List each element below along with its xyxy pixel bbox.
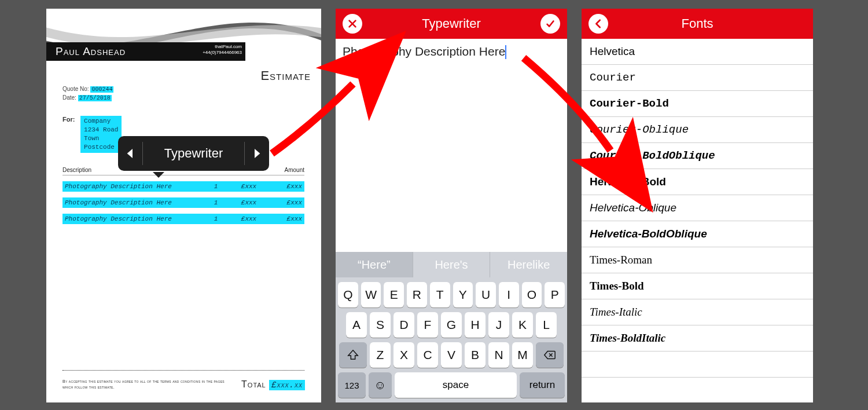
font-list[interactable]: HelveticaCourierCourier-BoldCourier-Obli… bbox=[582, 39, 813, 402]
key-I[interactable]: I bbox=[499, 282, 519, 308]
shift-icon bbox=[347, 349, 359, 361]
quote-no-value[interactable]: 000244 bbox=[90, 86, 113, 93]
line-item-rate[interactable]: £xxx bbox=[230, 181, 267, 192]
suggestion-item[interactable]: “Here” bbox=[336, 252, 413, 277]
quote-no-label: Quote No: bbox=[62, 86, 89, 92]
author-name: Paul Adshead bbox=[46, 42, 184, 61]
context-menu: Typewriter bbox=[118, 136, 269, 171]
font-option[interactable]: Courier bbox=[582, 65, 813, 91]
text-input-area[interactable]: Photography Description Here bbox=[336, 39, 567, 252]
back-button[interactable] bbox=[589, 14, 608, 34]
website: thatPaul.com bbox=[184, 44, 242, 50]
fonts-header: Fonts bbox=[582, 9, 813, 39]
key-W[interactable]: W bbox=[361, 282, 381, 308]
font-option[interactable]: Courier-Bold bbox=[582, 91, 813, 117]
key-Y[interactable]: Y bbox=[453, 282, 473, 308]
line-item-rate[interactable]: £xxx bbox=[230, 214, 267, 224]
key-G[interactable]: G bbox=[441, 312, 462, 338]
key-F[interactable]: F bbox=[417, 312, 438, 338]
confirm-button[interactable] bbox=[540, 14, 560, 34]
key-C[interactable]: C bbox=[417, 342, 438, 368]
terms-text: By accepting this estimate you agree to … bbox=[62, 379, 225, 390]
key-H[interactable]: H bbox=[465, 312, 486, 338]
line-item-row[interactable]: Photography Description Here1£xxx£xxx bbox=[62, 197, 304, 208]
key-Z[interactable]: Z bbox=[370, 342, 391, 368]
key-A[interactable]: A bbox=[346, 312, 367, 338]
key-M[interactable]: M bbox=[512, 342, 533, 368]
date-label: Date: bbox=[62, 94, 76, 101]
key-S[interactable]: S bbox=[370, 312, 391, 338]
line-item-amount[interactable]: £xxx bbox=[267, 181, 304, 192]
context-menu-prev-button[interactable] bbox=[118, 136, 142, 171]
for-label: For: bbox=[62, 116, 79, 123]
check-icon bbox=[545, 19, 556, 29]
entered-text: Photography Description Here bbox=[343, 45, 505, 58]
key-X[interactable]: X bbox=[393, 342, 414, 368]
line-item-row[interactable]: Photography Description Here1£xxx£xxx bbox=[62, 181, 304, 192]
font-option[interactable]: Helvetica-BoldOblique bbox=[582, 221, 813, 247]
chevron-right-icon bbox=[253, 149, 261, 158]
backspace-key[interactable] bbox=[536, 342, 564, 368]
total-value[interactable]: £xxx.xx bbox=[269, 380, 305, 390]
phone: +44(0)7944466963 bbox=[184, 50, 242, 56]
line-item-row[interactable]: Photography Description Here1£xxx£xxx bbox=[62, 214, 304, 224]
typewriter-header: Typewriter bbox=[336, 9, 567, 39]
numbers-key[interactable]: 123 bbox=[338, 372, 366, 398]
key-U[interactable]: U bbox=[476, 282, 496, 308]
space-key[interactable]: space bbox=[395, 372, 517, 398]
fonts-title: Fonts bbox=[681, 16, 713, 31]
for-address[interactable]: Company1234 RoadTownPostcode bbox=[80, 116, 122, 153]
chevron-left-icon bbox=[126, 149, 134, 158]
font-option[interactable]: Times-Bold bbox=[582, 273, 813, 299]
line-item-desc[interactable]: Photography Description Here bbox=[62, 181, 201, 192]
suggestion-bar: “Here”Here'sHerelike bbox=[336, 252, 567, 277]
key-L[interactable]: L bbox=[536, 312, 557, 338]
key-T[interactable]: T bbox=[430, 282, 450, 308]
line-item-desc[interactable]: Photography Description Here bbox=[62, 197, 201, 208]
font-option[interactable]: Helvetica-Bold bbox=[582, 169, 813, 195]
key-Q[interactable]: Q bbox=[338, 282, 358, 308]
key-O[interactable]: O bbox=[522, 282, 542, 308]
line-item-qty[interactable]: 1 bbox=[201, 214, 230, 224]
line-item-desc[interactable]: Photography Description Here bbox=[62, 214, 201, 224]
backspace-icon bbox=[543, 349, 556, 361]
suggestion-item[interactable]: Here's bbox=[413, 252, 490, 277]
font-option[interactable]: Times-Italic bbox=[582, 299, 813, 325]
estimate-document[interactable]: Paul Adshead thatPaul.com +44(0)79444669… bbox=[46, 9, 321, 402]
font-option[interactable]: Helvetica-Oblique bbox=[582, 195, 813, 221]
line-item-rate[interactable]: £xxx bbox=[230, 197, 267, 208]
font-option[interactable]: Courier-Oblique bbox=[582, 117, 813, 143]
line-item-amount[interactable]: £xxx bbox=[267, 214, 304, 224]
fonts-panel: Fonts HelveticaCourierCourier-BoldCourie… bbox=[582, 9, 813, 402]
line-item-qty[interactable]: 1 bbox=[201, 197, 230, 208]
context-menu-next-button[interactable] bbox=[245, 136, 269, 171]
key-V[interactable]: V bbox=[441, 342, 462, 368]
key-J[interactable]: J bbox=[488, 312, 509, 338]
font-option[interactable]: Times-BoldItalic bbox=[582, 325, 813, 352]
date-value[interactable]: 27/5/2018 bbox=[78, 95, 112, 101]
key-N[interactable]: N bbox=[488, 342, 509, 368]
line-items-table: Description Amount Photography Descripti… bbox=[62, 167, 304, 224]
typewriter-title: Typewriter bbox=[422, 16, 480, 31]
line-item-qty[interactable]: 1 bbox=[201, 181, 230, 192]
divider-dotted bbox=[62, 370, 304, 371]
line-item-amount[interactable]: £xxx bbox=[267, 197, 304, 208]
key-R[interactable]: R bbox=[407, 282, 427, 308]
key-K[interactable]: K bbox=[512, 312, 533, 338]
suggestion-item[interactable]: Herelike bbox=[490, 252, 567, 277]
key-D[interactable]: D bbox=[393, 312, 414, 338]
return-key[interactable]: return bbox=[520, 372, 565, 398]
font-option[interactable]: Courier-BoldOblique bbox=[582, 143, 813, 169]
emoji-key[interactable]: ☺ bbox=[369, 372, 392, 398]
shift-key[interactable] bbox=[339, 342, 367, 368]
key-B[interactable]: B bbox=[465, 342, 486, 368]
font-option[interactable]: Helvetica bbox=[582, 39, 813, 65]
context-menu-typewriter-button[interactable]: Typewriter bbox=[143, 146, 244, 161]
key-P[interactable]: P bbox=[545, 282, 565, 308]
text-cursor bbox=[505, 45, 506, 59]
cancel-button[interactable] bbox=[343, 14, 362, 34]
font-option-blank bbox=[582, 352, 813, 378]
emoji-icon: ☺ bbox=[374, 378, 386, 392]
key-E[interactable]: E bbox=[384, 282, 404, 308]
font-option[interactable]: Times-Roman bbox=[582, 247, 813, 273]
